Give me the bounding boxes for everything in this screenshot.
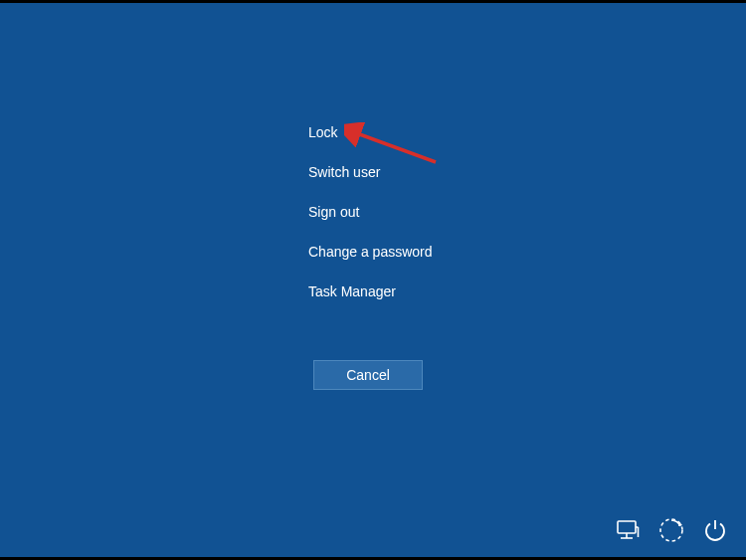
security-options-list: Lock Switch user Sign out Change a passw… — [308, 124, 433, 299]
lock-option[interactable]: Lock — [308, 124, 433, 140]
network-icon[interactable] — [615, 517, 641, 543]
task-manager-option[interactable]: Task Manager — [308, 283, 433, 299]
ctrl-alt-del-screen: Lock Switch user Sign out Change a passw… — [0, 0, 746, 560]
switch-user-option[interactable]: Switch user — [308, 164, 433, 180]
power-icon[interactable] — [702, 517, 728, 543]
svg-rect-2 — [618, 521, 636, 533]
ease-of-access-icon[interactable] — [658, 517, 684, 543]
svg-point-7 — [660, 519, 682, 541]
sign-out-option[interactable]: Sign out — [308, 204, 433, 220]
system-tray — [615, 517, 728, 543]
change-password-option[interactable]: Change a password — [308, 244, 433, 260]
cancel-button[interactable]: Cancel — [313, 360, 423, 390]
